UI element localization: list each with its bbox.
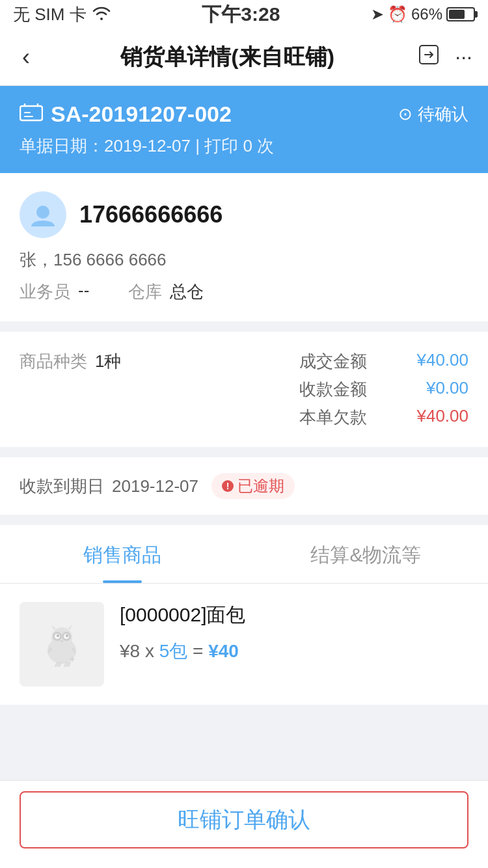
customer-phone: 17666666666 — [79, 201, 223, 228]
product-name: [0000002]面包 — [120, 602, 468, 629]
due-date-value: 2019-12-07 — [112, 476, 198, 496]
wifi-icon — [92, 5, 111, 25]
debt-amount-value: ¥40.00 — [416, 406, 468, 429]
clock-icon: ⊙ — [398, 104, 413, 124]
nav-actions: ··· — [418, 44, 472, 70]
transaction-amount-label: 成交金额 — [299, 350, 367, 373]
svg-point-9 — [57, 634, 59, 637]
avatar — [20, 191, 66, 238]
order-status: ⊙ 待确认 — [398, 103, 468, 126]
overdue-icon: ! — [222, 480, 234, 492]
received-amount-label: 收款金额 — [299, 378, 367, 401]
warehouse-label: 仓库 — [128, 280, 162, 303]
svg-point-2 — [36, 206, 49, 219]
svg-rect-1 — [20, 106, 42, 120]
warehouse-item: 仓库 总仓 — [128, 280, 204, 303]
order-header: SA-20191207-002 ⊙ 待确认 单据日期：2019-12-07 | … — [0, 86, 488, 173]
share-icon[interactable] — [418, 44, 439, 70]
customer-card: 17666666666 张，156 6666 6666 业务员 -- 仓库 总仓 — [0, 173, 488, 321]
due-date-card: 收款到期日 2019-12-07 ! 已逾期 — [0, 457, 488, 515]
bottom-bar: 旺铺订单确认 — [0, 780, 488, 868]
salesperson-item: 业务员 -- — [20, 280, 89, 303]
customer-meta: 业务员 -- 仓库 总仓 — [20, 280, 468, 303]
product-equals: = — [193, 641, 208, 661]
summary-row: 商品种类 1种 成交金额 ¥40.00 收款金额 ¥0.00 本单欠款 ¥40.… — [20, 350, 468, 429]
salesperson-value: -- — [78, 280, 89, 303]
overdue-text: 已逾期 — [237, 476, 284, 496]
received-amount-value: ¥0.00 — [426, 378, 468, 401]
summary-card: 商品种类 1种 成交金额 ¥40.00 收款金额 ¥0.00 本单欠款 ¥40.… — [0, 332, 488, 447]
svg-point-10 — [66, 634, 68, 637]
product-info: [0000002]面包 ¥8 x 5包 = ¥40 — [120, 602, 468, 686]
battery-percent: 66% — [411, 5, 442, 23]
battery-icon — [446, 7, 475, 21]
tabs-row: 销售商品 结算&物流等 — [0, 525, 488, 584]
product-multiply: x — [145, 641, 159, 661]
product-price-row: ¥8 x 5包 = ¥40 — [120, 639, 468, 664]
order-status-text: 待确认 — [418, 103, 468, 126]
due-date-label: 收款到期日 — [20, 475, 104, 498]
product-quantity: 5包 — [159, 641, 188, 661]
product-image: + — [36, 618, 88, 670]
status-left: 无 SIM 卡 — [13, 3, 111, 26]
carrier-text: 无 SIM 卡 — [13, 3, 87, 26]
svg-text:+: + — [70, 654, 75, 664]
product-total: ¥40 — [208, 641, 239, 661]
product-price: ¥8 — [120, 641, 140, 661]
product-type-label: 商品种类 — [20, 350, 87, 373]
nav-bar: ‹ 销货单详情(来自旺铺) ··· — [0, 29, 488, 86]
order-id: SA-20191207-002 — [20, 102, 232, 127]
page-title: 销货单详情(来自旺铺) — [36, 42, 418, 72]
tabs-container: 销售商品 结算&物流等 — [0, 525, 488, 584]
alarm-icon: ⏰ — [388, 5, 407, 23]
status-time: 下午3:28 — [202, 1, 280, 28]
transaction-amount-row: 成交金额 ¥40.00 — [299, 350, 468, 373]
order-number: SA-20191207-002 — [51, 102, 232, 127]
salesperson-label: 业务员 — [20, 280, 70, 303]
order-icon — [20, 102, 43, 127]
amounts-section: 成交金额 ¥40.00 收款金额 ¥0.00 本单欠款 ¥40.00 — [299, 350, 468, 429]
debt-amount-label: 本单欠款 — [299, 406, 367, 429]
product-type-value: 1种 — [95, 350, 121, 373]
overdue-badge: ! 已逾期 — [211, 473, 295, 499]
product-card: + [0000002]面包 ¥8 x 5包 = ¥40 — [0, 584, 488, 705]
customer-name: 张，156 6666 6666 — [20, 249, 468, 271]
status-bar: 无 SIM 卡 下午3:28 ➤ ⏰ 66% — [0, 0, 488, 29]
product-thumbnail: + — [20, 602, 104, 686]
warehouse-value: 总仓 — [170, 280, 204, 303]
back-button[interactable]: ‹ — [16, 37, 36, 77]
tab-sales-products[interactable]: 销售商品 — [0, 525, 244, 583]
order-id-row: SA-20191207-002 ⊙ 待确认 — [20, 102, 468, 127]
order-date: 单据日期：2019-12-07 | 打印 0 次 — [20, 135, 468, 157]
location-icon: ➤ — [371, 5, 384, 23]
customer-row: 17666666666 — [20, 191, 468, 238]
debt-amount-row: 本单欠款 ¥40.00 — [299, 406, 468, 429]
status-right: ➤ ⏰ 66% — [371, 5, 475, 23]
product-type-section: 商品种类 1种 — [20, 350, 121, 373]
transaction-amount-value: ¥40.00 — [416, 350, 468, 373]
received-amount-row: 收款金额 ¥0.00 — [299, 378, 468, 401]
more-icon[interactable]: ··· — [455, 45, 472, 69]
confirm-order-button[interactable]: 旺铺订单确认 — [20, 791, 468, 848]
tab-settlement[interactable]: 结算&物流等 — [244, 525, 488, 583]
